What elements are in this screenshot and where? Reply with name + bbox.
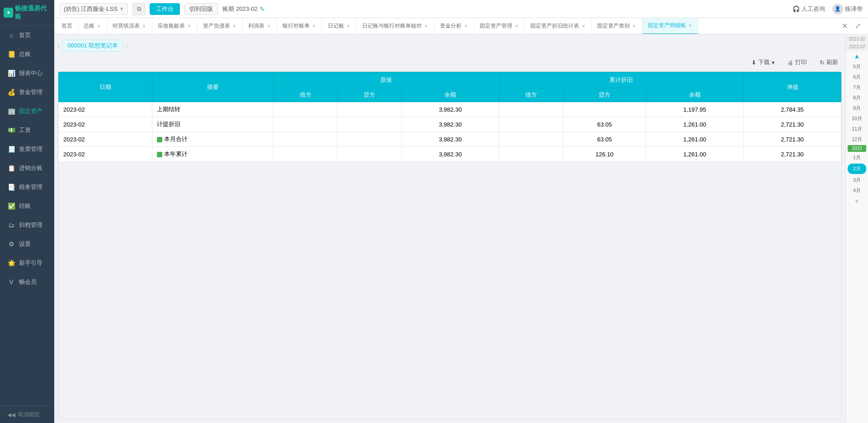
tab-close-icon[interactable]: × — [311, 23, 316, 30]
timeline-month-2-active[interactable]: 2月 — [848, 164, 866, 174]
tab-close-icon[interactable]: × — [266, 23, 271, 30]
maximize-icon[interactable]: ⤢ — [853, 21, 863, 31]
tab-close-icon[interactable]: × — [514, 23, 519, 30]
sidebar-item-guide[interactable]: 🌟 新手引导 — [0, 254, 54, 273]
company-selector[interactable]: (劝告) 江西服金-LSS ▼ — [60, 3, 128, 15]
sidebar-item-label: 税务管理 — [19, 183, 42, 191]
pin-icon: ◀◀ — [7, 412, 15, 418]
sidebar-item-invoice[interactable]: 🧾 发票管理 — [0, 140, 54, 159]
tab-profit[interactable]: 利润表 × — [243, 18, 277, 34]
switch-version-button[interactable]: 切到旧版 — [184, 3, 218, 15]
tab-fa-category[interactable]: 固定资产类别 × — [592, 18, 642, 34]
tab-journal[interactable]: 日记账 × — [322, 18, 357, 34]
cell-desc: 本年累计 — [152, 147, 274, 162]
tab-close-icon[interactable]: × — [424, 23, 429, 30]
tab-business-status[interactable]: 经营状况表 × — [107, 18, 152, 34]
table-toolbar: ⬇ 下载 ▾ 🖨 打印 ↻ 刷新 — [58, 55, 842, 71]
cell-orig-debit — [274, 117, 338, 132]
cell-orig-balance: 3,982.30 — [401, 132, 499, 147]
cell-acc-balance: 1,261.00 — [646, 117, 744, 132]
copy-button[interactable]: ⧉ — [132, 3, 145, 15]
print-icon: 🖨 — [788, 59, 793, 66]
tab-close-icon[interactable]: × — [463, 23, 468, 30]
asset-navigation: ‹ 000001 联想笔记本 › — [58, 38, 842, 55]
sidebar-item-settings[interactable]: ⚙ 设置 — [0, 235, 54, 254]
tab-close-icon[interactable]: × — [688, 22, 693, 29]
tab-label: 资金分析 — [440, 22, 462, 30]
timeline-month-11[interactable]: 11月 — [846, 124, 868, 134]
tab-home[interactable]: 首页 — [56, 18, 78, 34]
print-button[interactable]: 🖨 打印 — [784, 57, 811, 68]
tab-label: 首页 — [61, 22, 72, 30]
sidebar-item-ledger[interactable]: 📒 总账 — [0, 45, 54, 64]
sidebar-item-fixed-assets[interactable]: 🏢 固定资产 — [0, 102, 54, 121]
workbench-button[interactable]: 工作台 — [150, 3, 180, 15]
refresh-button[interactable]: ↻ 刷新 — [816, 57, 842, 68]
avatar: 👤 — [832, 4, 843, 14]
cell-date: 2023-02 — [59, 147, 152, 162]
tab-label: 经营状况表 — [113, 22, 140, 30]
tab-close-icon[interactable]: × — [96, 23, 101, 30]
timeline-month-3[interactable]: 3月 — [846, 175, 868, 185]
timeline-scroll-up[interactable]: ▲ — [846, 51, 868, 61]
tab-close-icon[interactable]: × — [581, 23, 586, 30]
timeline-month-9[interactable]: 9月 — [846, 103, 868, 113]
data-table-container: 日期 摘要 原值 累计折旧 净值 借方 贷方 余额 借方 贷方 余额 — [58, 71, 842, 419]
download-button[interactable]: ⬇ 下载 ▾ — [748, 57, 778, 68]
tab-close-icon[interactable]: × — [187, 23, 192, 30]
timeline-month-7[interactable]: 7月 — [846, 82, 868, 93]
tab-capital-analysis[interactable]: 资金分析 × — [434, 18, 474, 34]
cell-acc-credit: 126.10 — [563, 147, 646, 162]
tab-bank-statement[interactable]: 银行对账单 × — [277, 18, 322, 34]
asset-name-tag[interactable]: 000001 联想笔记本 — [62, 40, 123, 52]
tab-ar[interactable]: 应收账龄表 × — [152, 18, 198, 34]
sidebar-item-label: 工资 — [19, 126, 31, 134]
cell-orig-debit — [274, 132, 338, 147]
nav-next-icon[interactable]: › — [126, 42, 127, 49]
sidebar-item-vip[interactable]: V 畅会员 — [0, 273, 54, 291]
support-button[interactable]: 🎧 人工咨询 — [793, 5, 825, 13]
timeline-month-5[interactable]: 5月 — [846, 61, 868, 72]
sales-icon: 📋 — [7, 164, 15, 172]
tab-fa-mgmt[interactable]: 固定资产管理 × — [474, 18, 525, 34]
sidebar-item-capital[interactable]: 💰 资金管理 — [0, 83, 54, 102]
refresh-icon: ↻ — [820, 59, 825, 66]
tab-close-icon[interactable]: × — [232, 23, 237, 30]
timeline-month-12[interactable]: 12月 — [846, 134, 868, 145]
timeline-month-8[interactable]: 8月 — [846, 93, 868, 103]
sidebar-item-tax[interactable]: 📑 税务管理 — [0, 178, 54, 197]
tab-label: 银行对账单 — [283, 22, 310, 30]
sidebar-item-reports[interactable]: 📊 报表中心 — [0, 64, 54, 83]
tab-bank-reconcile[interactable]: 日记账与银行对账单核对 × — [357, 18, 434, 34]
cell-acc-credit: 63.05 — [563, 132, 646, 147]
sidebar-item-settle[interactable]: ✅ 结账 — [0, 197, 54, 216]
timeline-scroll-down[interactable]: ▼ — [846, 196, 868, 207]
user-menu[interactable]: 👤 徐泽华 — [832, 4, 863, 14]
timeline-month-1[interactable]: 1月 — [846, 152, 868, 163]
close-all-icon[interactable]: ✕ — [840, 21, 849, 31]
tab-label: 固定资产管理 — [480, 22, 512, 30]
refresh-label: 刷新 — [826, 58, 838, 66]
sidebar-item-archive[interactable]: 🗂 归档管理 — [0, 216, 54, 235]
sidebar-item-home[interactable]: ⌂ 首页 — [0, 26, 54, 45]
col-subheader-orig-credit: 贷方 — [338, 88, 402, 102]
tab-label: 固定资产明细账 — [648, 22, 686, 29]
tab-balance-sheet[interactable]: 资产负债表 × — [198, 18, 243, 34]
tab-fa-detail[interactable]: 固定资产明细账 × — [642, 18, 698, 34]
col-header-net: 净值 — [744, 72, 841, 102]
tab-label: 固定资产类别 — [597, 22, 630, 30]
tab-close-icon[interactable]: × — [142, 23, 146, 30]
tab-ledger[interactable]: 总账 × — [78, 18, 107, 34]
period-edit-icon[interactable]: ✎ — [259, 5, 265, 13]
tab-close-icon[interactable]: × — [632, 23, 637, 30]
sidebar-item-sales-ledger[interactable]: 📋 进销台账 — [0, 159, 54, 178]
timeline-month-6[interactable]: 6月 — [846, 72, 868, 82]
tab-close-icon[interactable]: × — [346, 23, 351, 30]
main-content: ‹ 000001 联想笔记本 › ⬇ 下载 ▾ 🖨 打印 ↻ 刷新 — [54, 34, 845, 423]
sidebar-item-salary[interactable]: 💵 工资 — [0, 121, 54, 140]
nav-prev-icon[interactable]: ‹ — [58, 42, 60, 49]
timeline-month-10[interactable]: 10月 — [846, 113, 868, 124]
tab-fa-depreciation[interactable]: 固定资产折旧统计表 × — [525, 18, 592, 34]
unpin-button[interactable]: ◀◀ 取消固定 — [0, 406, 54, 423]
timeline-month-4[interactable]: 4月 — [846, 185, 868, 196]
